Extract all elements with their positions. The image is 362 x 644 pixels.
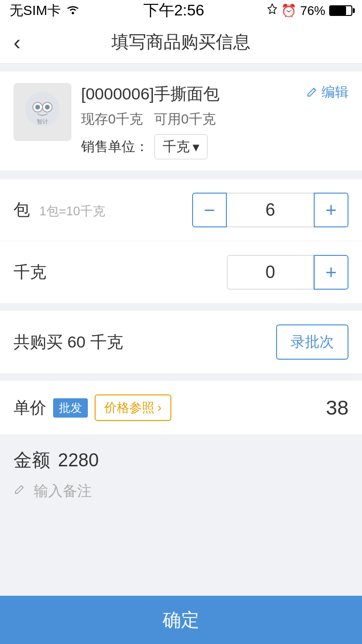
- price-label-row: 单价 批发 价格参照 ›: [14, 394, 171, 421]
- kg-increment-button[interactable]: +: [314, 255, 348, 290]
- product-info: [0000006]手撕面包 编辑 现存0千克 可用0千克 销售单位： 千克 ▾: [81, 83, 348, 159]
- page-title: 填写商品购买信息: [111, 30, 251, 54]
- package-hint: 1包=10千克: [39, 204, 105, 218]
- summary-text: 共购买 60 千克: [14, 331, 123, 353]
- product-thumbnail: 智计: [14, 83, 71, 141]
- remark-placeholder: 输入备注: [34, 481, 92, 501]
- package-decrement-button[interactable]: −: [192, 193, 227, 227]
- price-section: 单价 批发 价格参照 › 38: [0, 381, 362, 434]
- wifi-icon: [66, 3, 80, 18]
- amount-label: 金额: [14, 448, 50, 473]
- unit-value: 千克: [163, 138, 190, 156]
- package-increment-button[interactable]: +: [314, 193, 348, 227]
- quantity-section: 包 1包=10千克 − + 千克 +: [0, 179, 362, 303]
- status-bar: 无SIM卡 下午2:56 ⏰ 76%: [0, 0, 362, 21]
- status-time: 下午2:56: [143, 0, 204, 21]
- kg-row: 千克 +: [0, 241, 362, 303]
- price-ref-button[interactable]: 价格参照 ›: [95, 394, 171, 421]
- svg-text:智计: 智计: [37, 118, 48, 125]
- product-name: [0000006]手撕面包: [81, 83, 220, 105]
- batch-tag: 批发: [53, 398, 88, 418]
- edit-label: 编辑: [321, 83, 348, 101]
- status-right: ⏰ 76%: [267, 3, 352, 18]
- product-stock: 现存0千克 可用0千克: [81, 110, 348, 128]
- carrier-label: 无SIM卡: [10, 1, 61, 20]
- remark-row[interactable]: 输入备注: [14, 481, 348, 511]
- edit-button[interactable]: 编辑: [306, 83, 348, 101]
- package-input[interactable]: [227, 193, 314, 227]
- unit-dropdown[interactable]: 千克 ▾: [154, 134, 208, 159]
- alarm-icon: ⏰: [281, 3, 296, 18]
- svg-point-5: [45, 105, 50, 110]
- package-row: 包 1包=10千克 − +: [0, 179, 362, 241]
- kg-controls: +: [227, 255, 348, 290]
- price-ref-label: 价格参照: [104, 399, 154, 416]
- unit-label: 销售单位：: [81, 138, 149, 156]
- battery-percent: 76%: [300, 3, 325, 18]
- price-ref-chevron: ›: [157, 400, 162, 415]
- kg-label: 千克: [14, 261, 227, 283]
- confirm-button[interactable]: 确定: [0, 596, 362, 644]
- summary-row: 共购买 60 千克 录批次: [0, 311, 362, 373]
- product-unit-row: 销售单位： 千克 ▾: [81, 134, 348, 159]
- price-value: 38: [326, 396, 348, 420]
- nav-bar: ‹ 填写商品购买信息: [0, 21, 362, 64]
- back-button[interactable]: ‹: [14, 32, 21, 53]
- svg-point-0: [71, 12, 74, 14]
- package-label: 包 1包=10千克: [14, 199, 192, 221]
- package-controls: − +: [192, 193, 348, 227]
- location-icon: [267, 3, 277, 18]
- product-logo-icon: 智计: [23, 90, 62, 134]
- battery-icon: [329, 5, 352, 16]
- record-batch-button[interactable]: 录批次: [276, 324, 348, 360]
- chevron-down-icon: ▾: [193, 139, 199, 155]
- amount-section: 金额 2280 输入备注: [0, 434, 362, 511]
- product-card: 智计 [0000006]手撕面包 编辑 现存0千克 可用0千克 销售单位： 千克…: [0, 71, 362, 171]
- kg-input[interactable]: [227, 255, 314, 290]
- amount-row: 金额 2280: [14, 448, 348, 473]
- svg-point-4: [35, 105, 40, 110]
- status-left: 无SIM卡: [10, 1, 80, 20]
- pencil-icon: [14, 483, 27, 500]
- amount-value: 2280: [58, 450, 99, 471]
- price-label: 单价: [14, 397, 46, 419]
